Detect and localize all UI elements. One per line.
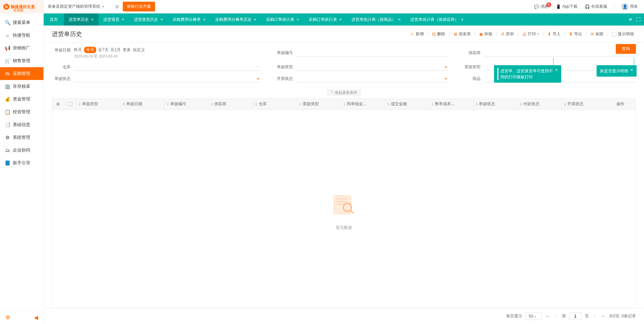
page-size-select[interactable]: 50 ▾ [526,313,542,320]
col-10[interactable]: ▲▼付款状态 [518,98,562,110]
more-icon[interactable]: ⋯ [254,65,261,69]
col-0[interactable]: ▲▼单据类型 [76,98,120,110]
prev-page-icon[interactable]: ‹ [555,314,559,319]
close-icon[interactable]: ✕ [461,17,464,22]
sidebar-item-4[interactable]: 🛍采购管理 [0,67,43,80]
close-icon[interactable]: ✕ [296,17,299,22]
sidebar-item-10[interactable]: 🗂企业协同 [0,144,43,157]
col-3[interactable]: ▲▼供应商 [209,98,253,110]
gear-icon[interactable]: ⚙ [115,4,119,9]
col-5[interactable]: ▲▼票据类型 [297,98,341,110]
close-icon[interactable]: ✕ [339,17,342,22]
import-button[interactable]: ⬇导入 [545,30,563,38]
close-icon[interactable]: ✕ [91,17,94,22]
date-today[interactable]: 今天 [84,47,96,53]
sidebar-item-5[interactable]: 🏢库存核算 [0,80,43,93]
close-icon[interactable]: ✕ [630,68,633,72]
query-button[interactable]: 查询 [616,44,636,54]
col-4[interactable]: ▲▼仓库 [253,98,297,110]
supplier-input[interactable] [484,49,630,56]
col-7[interactable]: ▲▼成交金额 [385,98,429,110]
export-button[interactable]: ⬆导出 [567,30,584,38]
experience-button[interactable]: 体验行业方案 [123,2,155,11]
sidebar-item-0[interactable]: 🔍搜索菜单 [0,16,43,29]
chevron-down-icon: ▾ [534,315,536,318]
add-button[interactable]: ＋新增 [408,30,426,38]
first-page-icon[interactable]: ⇤ [545,314,551,319]
sidebar-item-8[interactable]: 📑基础信息 [0,118,43,131]
date-custom[interactable]: 自定义 [133,47,145,53]
close-icon[interactable]: ✕ [398,17,401,22]
print-button[interactable]: 🖨打印▾ [520,30,541,38]
col-2[interactable]: ▲▼单据编号 [164,98,209,110]
chevron-down-icon[interactable]: ▾ [444,77,448,81]
nav-label: 快捷导航 [13,32,30,38]
messages-link[interactable]: 💬 消息 6 [532,4,551,9]
close-icon[interactable]: ✕ [121,17,124,22]
tab-8[interactable]: 进货单统计表（按供应商）✕ [406,13,468,26]
sidebar-item-7[interactable]: 📋经营管理 [0,106,43,118]
user-menu[interactable]: 👤 用友 [619,3,640,10]
show-detail-toggle[interactable]: 显示明细 [610,30,636,38]
tab-2[interactable]: 进货退货历史✕ [129,13,168,26]
close-icon[interactable]: ✕ [555,68,558,72]
settings-icon[interactable]: ⚙ [5,314,10,321]
close-all-tabs-icon[interactable]: ✕ [629,17,633,22]
date-1m[interactable]: 近1月 [111,47,121,53]
next-page-icon[interactable]: › [592,314,596,319]
date-7d[interactable]: 近7天 [98,47,109,53]
collapse-sidebar-icon[interactable]: ◀ [34,314,38,321]
topbar: 装备及固定资产辅助管理系统 ▾ ⚙ 体验行业方案 💬 消息 6 📱 App下载 … [44,0,644,13]
tab-3[interactable]: 采购费用分摊单✕ [168,13,211,26]
app-download-link[interactable]: 📱 App下载 [554,4,579,9]
collapse-filters-button[interactable]: ⌃ 收起更多条件 [327,89,361,96]
system-selector[interactable]: 装备及固定资产辅助管理系统 ▾ [48,4,112,9]
col-1[interactable]: ▲▼单据日期 [120,98,164,110]
date-yesterday[interactable]: 昨天 [74,47,82,53]
tab-1[interactable]: 进货退货✕ [99,13,129,26]
tab-6[interactable]: 采购订单执行表✕ [304,13,347,26]
refresh-button[interactable]: ⟳刷新 [589,30,606,38]
sidebar-item-6[interactable]: 💰资金管理 [0,93,43,106]
doc-status-select[interactable] [74,75,256,82]
nav-label: 销售管理 [13,58,30,64]
abandon-audit-button[interactable]: ↺弃审 [499,30,516,38]
message-icon: 💬 [534,4,539,9]
select-all[interactable] [64,98,76,110]
warehouse-input[interactable] [74,64,254,70]
col-6[interactable]: ▲▼同单现金... [341,98,385,110]
close-icon[interactable]: ✕ [203,17,206,22]
fullscreen-icon[interactable]: ⛶ [636,17,641,22]
last-page-icon[interactable]: ⇥ [600,314,606,319]
col-8[interactable]: ▲▼整单成本... [429,98,473,110]
tab-7[interactable]: 进货单统计表（按商品）✕ [347,13,406,26]
page-number-input[interactable] [569,312,581,320]
date-more[interactable]: 更多 [123,47,131,53]
close-icon[interactable]: ✕ [254,17,257,22]
close-icon[interactable]: ✕ [160,17,163,22]
sidebar-item-9[interactable]: ⚙系统管理 [0,131,43,144]
chevron-down-icon[interactable]: ▾ [444,65,448,69]
tab-4[interactable]: 采购费用分摊单历史✕ [211,13,261,26]
sidebar-item-1[interactable]: ⌂快捷导航 [0,29,43,42]
delete-button[interactable]: ⊟删除 [430,30,447,38]
tab-5[interactable]: 采购订单统计表✕ [261,13,304,26]
filter-label-docstatus: 单据状态 [52,75,71,82]
col-9[interactable]: ▲▼单据状态 [473,98,518,110]
tab-0[interactable]: 进货单历史✕ [64,13,99,26]
doc-type-select[interactable] [296,64,444,70]
invoice-status-select[interactable] [296,75,444,82]
check-icon: ◉ [479,32,483,37]
sidebar-item-3[interactable]: 🛒销售管理 [0,54,43,67]
audit-button[interactable]: ◉审核 [477,30,494,38]
tab-home[interactable]: 首页 [44,13,64,26]
col-11[interactable]: ▲▼开票状态 [562,98,605,110]
more-icon[interactable]: ⋯ [630,77,636,81]
sidebar-item-2[interactable]: 📢营销推广 [0,42,43,54]
add-invoice-button[interactable]: ⊞添发票 [452,30,473,38]
column-settings[interactable]: ⚙ [52,98,64,110]
doc-no-input[interactable] [296,49,448,56]
online-service-link[interactable]: 🎧 在线客服 [583,4,609,9]
chevron-down-icon[interactable]: ▾ [256,77,261,81]
sidebar-item-11[interactable]: 📘新手引导 [0,157,43,169]
